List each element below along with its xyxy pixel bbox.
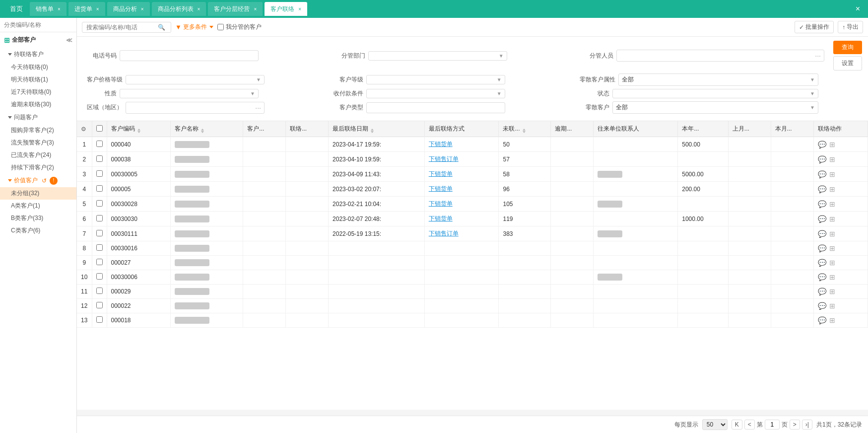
- horizontal-scrollbar[interactable]: [77, 410, 868, 416]
- main-search-icon[interactable]: 🔍: [158, 24, 165, 31]
- main-search-input[interactable]: [86, 24, 156, 31]
- sidebar-item-lost[interactable]: 已流失客户(24): [0, 149, 76, 161]
- filter-select-payment[interactable]: ▼: [366, 89, 505, 98]
- filter-select-region[interactable]: ···: [126, 102, 265, 114]
- grid-icon[interactable]: ⊞: [829, 244, 835, 252]
- sidebar-item-ungroup[interactable]: 未分组(32): [0, 187, 76, 200]
- row-check[interactable]: [92, 285, 107, 299]
- row-check[interactable]: [92, 212, 107, 226]
- row-checkbox[interactable]: [96, 215, 103, 221]
- row-checkbox[interactable]: [96, 273, 103, 280]
- row-last-contact-way[interactable]: 下销货单: [424, 197, 499, 212]
- sidebar-item-overdue[interactable]: 逾期未联络(30): [0, 98, 76, 111]
- contact-way-link[interactable]: 下销货单: [429, 200, 453, 207]
- reset-button[interactable]: 设置: [833, 56, 862, 71]
- row-last-contact-way[interactable]: [424, 241, 499, 256]
- row-checkbox[interactable]: [96, 288, 103, 294]
- row-check[interactable]: [92, 313, 107, 328]
- contact-way-link[interactable]: 下销售订单: [429, 230, 459, 237]
- row-last-contact-way[interactable]: [424, 270, 499, 285]
- close-tab-analysis[interactable]: ×: [141, 6, 144, 12]
- nav-home[interactable]: 首页: [4, 4, 29, 13]
- filter-input-phone[interactable]: [120, 50, 259, 61]
- message-icon[interactable]: 💬: [818, 244, 826, 252]
- contact-way-link[interactable]: 下销货单: [429, 170, 453, 177]
- contact-way-link[interactable]: 下销货单: [429, 215, 453, 222]
- grid-icon[interactable]: ⊞: [829, 288, 835, 295]
- row-checkbox[interactable]: [96, 259, 103, 265]
- grid-icon[interactable]: ⊞: [829, 141, 835, 148]
- contact-way-link[interactable]: 下销售订单: [429, 155, 459, 162]
- row-check[interactable]: [92, 197, 107, 212]
- close-all-tabs[interactable]: ×: [852, 4, 864, 13]
- row-last-contact-way[interactable]: 下销货单: [424, 137, 499, 152]
- filter-select-retail[interactable]: 全部 ▼: [612, 101, 818, 114]
- last-page-btn[interactable]: ›|: [802, 420, 812, 430]
- sidebar-collapse-icon[interactable]: ≪: [66, 37, 72, 44]
- filter-select-dept[interactable]: ▼: [368, 51, 507, 61]
- sidebar-item-today[interactable]: 今天待联络(0): [0, 61, 76, 73]
- settings-icon[interactable]: ⚙: [81, 126, 86, 133]
- sidebar-group-pending[interactable]: 待联络客户: [0, 48, 76, 61]
- row-checkbox[interactable]: [96, 230, 103, 236]
- contact-way-link[interactable]: 下销货单: [429, 141, 453, 147]
- contact-way-link[interactable]: 下销货单: [429, 185, 453, 192]
- row-check[interactable]: [92, 226, 107, 241]
- row-last-contact-way[interactable]: 下销货单: [424, 182, 499, 197]
- message-icon[interactable]: 💬: [818, 288, 826, 295]
- row-checkbox[interactable]: [96, 200, 103, 207]
- message-icon[interactable]: 💬: [818, 316, 826, 324]
- sidebar-all-customers[interactable]: ⊞ 全部客户 ≪: [0, 32, 76, 48]
- my-customers-checkbox[interactable]: 我分管的客户: [217, 23, 262, 31]
- batch-operation-btn[interactable]: ✓ 批量操作: [795, 21, 834, 33]
- sidebar-item-7days[interactable]: 近7天待联络(0): [0, 86, 76, 98]
- page-input[interactable]: [765, 420, 780, 430]
- grid-icon[interactable]: ⊞: [829, 170, 835, 178]
- more-conditions-btn[interactable]: ▼ 更多条件: [175, 23, 213, 31]
- row-check[interactable]: [92, 167, 107, 182]
- row-last-contact-way[interactable]: [424, 256, 499, 270]
- sidebar-group-problem[interactable]: 问题客户: [0, 111, 76, 124]
- close-tab-analysis-list[interactable]: ×: [198, 6, 200, 12]
- message-icon[interactable]: 💬: [818, 273, 826, 281]
- close-tab-purchase[interactable]: ×: [96, 6, 99, 12]
- sidebar-item-class-a[interactable]: A类客户(1): [0, 200, 76, 212]
- manager-dots-icon[interactable]: ···: [815, 52, 821, 60]
- sidebar-item-tomorrow[interactable]: 明天待联络(1): [0, 73, 76, 86]
- grid-icon[interactable]: ⊞: [829, 259, 835, 267]
- row-check[interactable]: [92, 299, 107, 313]
- export-btn[interactable]: ↑ 导出: [838, 21, 863, 33]
- message-icon[interactable]: 💬: [818, 170, 826, 178]
- grid-icon[interactable]: ⊞: [829, 273, 835, 281]
- close-tab-customer-segment[interactable]: ×: [254, 6, 257, 12]
- first-page-btn[interactable]: K: [732, 420, 742, 430]
- row-check[interactable]: [92, 152, 107, 167]
- nav-tab-purchase[interactable]: 进货单 ×: [68, 2, 105, 16]
- filter-select-grade[interactable]: ▼: [366, 75, 505, 84]
- close-tab-customer-contact[interactable]: ×: [298, 6, 301, 12]
- filter-input-customer-type[interactable]: [366, 102, 505, 113]
- grid-icon[interactable]: ⊞: [829, 302, 835, 310]
- grid-icon[interactable]: ⊞: [829, 200, 835, 208]
- message-icon[interactable]: 💬: [818, 185, 826, 193]
- filter-select-status[interactable]: ▼: [612, 89, 818, 98]
- grid-icon[interactable]: ⊞: [829, 230, 835, 238]
- message-icon[interactable]: 💬: [818, 141, 826, 148]
- sidebar-item-class-c[interactable]: C类客户(6): [0, 224, 76, 237]
- filter-select-retail-attr[interactable]: 全部 ▼: [618, 73, 818, 86]
- nav-tab-analysis[interactable]: 商品分析 ×: [107, 2, 150, 16]
- query-button[interactable]: 查询: [833, 41, 862, 54]
- row-last-contact-way[interactable]: [424, 285, 499, 299]
- row-check[interactable]: [92, 182, 107, 197]
- row-last-contact-way[interactable]: 下销货单: [424, 167, 499, 182]
- row-last-contact-way[interactable]: 下销售订单: [424, 226, 499, 241]
- my-customers-check[interactable]: [217, 24, 224, 30]
- grid-icon[interactable]: ⊞: [829, 316, 835, 324]
- row-last-contact-way[interactable]: 下销货单: [424, 212, 499, 226]
- message-icon[interactable]: 💬: [818, 200, 826, 208]
- row-checkbox[interactable]: [96, 244, 103, 251]
- message-icon[interactable]: 💬: [818, 302, 826, 310]
- filter-select-price-grade[interactable]: ▼: [126, 75, 265, 84]
- grid-icon[interactable]: ⊞: [829, 185, 835, 193]
- sidebar-item-declining[interactable]: 持续下滑客户(2): [0, 161, 76, 174]
